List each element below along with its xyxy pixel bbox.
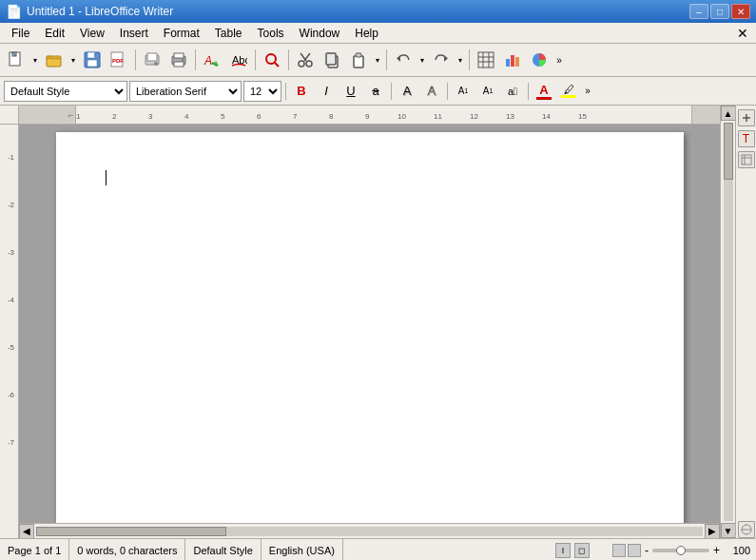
svg-text:PDF: PDF [112,58,124,64]
svg-point-12 [154,62,158,66]
font-color-button[interactable]: A [533,81,555,102]
spellcheck-button[interactable]: A [200,48,224,72]
document-cursor-area[interactable] [104,170,636,185]
svg-rect-5 [87,52,95,58]
insert-chart-button[interactable] [500,48,525,72]
svg-rect-14 [174,53,184,58]
zoom-decrease-button[interactable]: - [645,544,649,557]
redo-dropdown[interactable]: ▾ [456,48,465,72]
close-button[interactable]: ✕ [731,4,750,19]
svg-text:A: A [204,54,212,68]
title-bar: 📄 Untitled 1 - LibreOffice Writer – □ ✕ [0,0,756,23]
scroll-up-button[interactable]: ▲ [721,106,736,121]
zoom-slider-thumb[interactable] [676,546,686,555]
panel-btn-bottom[interactable] [738,521,755,538]
save-button[interactable] [80,48,105,72]
svg-point-16 [182,59,184,61]
redo-button[interactable] [429,48,454,72]
toolbar-sep-4 [288,49,289,70]
autospell-button[interactable]: Abc [226,48,251,72]
menu-format[interactable]: Format [156,25,207,42]
menu-close-icon[interactable]: ✕ [733,26,752,41]
menu-file[interactable]: File [4,25,37,42]
underline-button[interactable]: U [339,81,362,102]
copy-button[interactable] [320,48,344,72]
menu-edit[interactable]: Edit [37,25,72,42]
toolbar-more-icon[interactable]: » [553,48,565,72]
panel-btn-1[interactable] [738,109,755,126]
paste-button[interactable] [346,48,371,72]
menu-window[interactable]: Window [292,25,348,42]
panel-btn-3[interactable] [738,151,755,168]
page-info: Page 1 of 1 [6,539,69,560]
vertical-ruler-marks: -1 -2 -3 -4 -5 -6 -7 [0,125,18,538]
format-sep-4 [528,83,529,100]
menu-tools[interactable]: Tools [250,25,292,42]
scroll-right-button[interactable]: ▶ [705,524,720,539]
svg-rect-38 [742,155,751,164]
selection-mode-button[interactable]: ◻ [574,543,590,558]
strikethrough-button[interactable]: a [364,81,387,102]
font-size-select[interactable]: 12 [243,81,281,102]
insert-mode-button[interactable]: I [555,543,571,558]
font-name-select[interactable]: Liberation Serif [129,81,242,102]
panel-btn-2[interactable]: T [738,130,755,147]
open-dropdown[interactable]: ▾ [68,48,78,72]
find-button[interactable] [260,48,284,72]
menu-insert[interactable]: Insert [112,25,156,42]
undo-button[interactable] [391,48,416,72]
maximize-button[interactable]: □ [710,4,729,19]
insert-table-button[interactable] [474,48,498,72]
zoom-slider-track[interactable] [652,549,709,552]
scroll-thumb-h[interactable] [36,527,226,536]
highlight-color-button[interactable]: 🖊 [557,81,580,102]
superscript-button[interactable]: A1 [452,81,475,102]
svg-rect-7 [94,53,96,57]
cut-button[interactable] [293,48,318,72]
format-sep-1 [285,83,286,100]
subscript-button[interactable]: A1 [476,81,499,102]
view-normal-button[interactable] [612,544,626,557]
svg-rect-26 [356,53,361,57]
svg-rect-24 [326,53,336,65]
svg-rect-15 [174,62,184,67]
scroll-track-h[interactable] [36,527,703,536]
bold-button[interactable]: B [290,81,313,102]
vruler-6: -6 [8,391,14,399]
vertical-scrollbar[interactable]: ▲ ▼ [720,106,735,538]
zoom-increase-button[interactable]: + [713,544,720,557]
menu-table[interactable]: Table [207,25,250,42]
paste-dropdown[interactable]: ▾ [373,48,382,72]
language-info[interactable]: English (USA) [262,539,343,560]
new-button[interactable] [4,48,29,72]
svg-rect-35 [511,55,514,67]
format-toolbar-more[interactable]: » [582,79,593,104]
svg-rect-34 [506,59,510,67]
new-dropdown[interactable]: ▾ [30,48,40,72]
insert-pie-chart-button[interactable] [527,48,552,72]
text-cursor [106,170,107,185]
print-preview-button[interactable] [140,48,165,72]
open-button[interactable] [42,48,67,72]
print-button[interactable] [166,48,191,72]
horizontal-scrollbar[interactable]: ◀ ▶ [19,523,720,538]
scroll-thumb-v[interactable] [724,123,733,180]
scroll-track-v[interactable] [724,123,733,521]
save-pdf-button[interactable]: PDF [107,48,131,72]
view-web-button[interactable] [628,544,641,557]
menu-view[interactable]: View [72,25,112,42]
shadow-text-button[interactable]: A [396,81,418,102]
outline-text-button[interactable]: A [420,81,443,102]
right-panel: T [735,106,756,538]
menu-help[interactable]: Help [347,25,386,42]
zoom-control: - + [645,544,720,557]
document-viewport[interactable] [19,125,720,523]
svg-rect-11 [147,53,157,61]
paragraph-style-select[interactable]: Default Style [4,81,127,102]
clear-format-button[interactable]: a⃠ [501,81,524,102]
scroll-down-button[interactable]: ▼ [721,523,736,538]
scroll-left-button[interactable]: ◀ [19,524,34,539]
italic-button[interactable]: I [315,81,338,102]
undo-dropdown[interactable]: ▾ [417,48,427,72]
minimize-button[interactable]: – [689,4,708,19]
